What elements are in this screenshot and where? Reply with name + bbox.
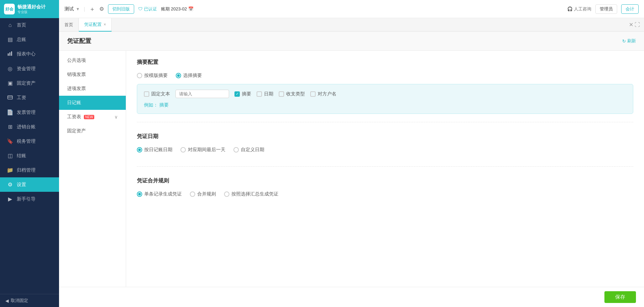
accountant-button[interactable]: 会计 xyxy=(621,4,639,14)
radio-merge-rule[interactable]: 合并规则 xyxy=(190,191,216,197)
radio-circle xyxy=(137,73,142,78)
nav-item-sales-invoice[interactable]: 销项发票 xyxy=(59,68,126,82)
radio-circle-checked xyxy=(137,191,142,197)
sidebar-item-label: 税务管理 xyxy=(17,138,36,144)
sidebar-item-ledger[interactable]: ▤ 总账 xyxy=(0,32,59,47)
checkbox-fixed-text[interactable]: 固定文本 xyxy=(144,91,170,97)
guide-icon: ▶ xyxy=(7,196,13,202)
svg-rect-1 xyxy=(9,52,10,56)
inner-layout: 公共选项 销项发票 进项发票 日记账 工资表 NEW xyxy=(59,51,644,287)
logo-icon: 好会 xyxy=(4,4,15,14)
radio-select-summary[interactable]: 选择摘要 xyxy=(176,73,202,79)
nav-item-public[interactable]: 公共选项 xyxy=(59,53,126,68)
archive-icon: 📁 xyxy=(7,167,13,173)
tax-icon: 🔖 xyxy=(7,138,13,144)
nav-item-purchase-invoice[interactable]: 进项发票 xyxy=(59,82,126,96)
tab-close-icon[interactable]: × xyxy=(104,22,106,27)
sidebar-item-tax[interactable]: 🔖 税务管理 xyxy=(0,134,59,148)
radio-single-record[interactable]: 单条记录生成凭证 xyxy=(137,191,182,197)
sidebar-item-capital[interactable]: ◎ 资金管理 xyxy=(0,61,59,76)
logo-text: 畅捷通好会计 专业版 xyxy=(17,4,46,14)
main-area: 测试 ▼ | ＋ ⚙ 切到旧版 🛡 已认证 账期 2023-02 📅 🎧 人工咨… xyxy=(59,0,644,307)
merge-radio-group: 单条记录生成凭证 合并规则 按照选择汇总生成凭证 xyxy=(137,191,633,197)
new-badge: NEW xyxy=(84,115,94,119)
summary-config-box: 固定文本 摘要 日期 xyxy=(137,84,633,114)
nav-item-journal[interactable]: 日记账 xyxy=(59,96,126,110)
sidebar-item-label: 设置 xyxy=(17,182,26,188)
sidebar-item-reports[interactable]: 报表中心 xyxy=(0,47,59,61)
settings-icon: ⚙ xyxy=(7,181,13,188)
checkbox-box xyxy=(279,91,284,97)
sidebar-item-label: 总账 xyxy=(17,37,26,43)
checkbox-counterpart[interactable]: 对方户名 xyxy=(310,91,336,97)
summary-title: 摘要配置 xyxy=(137,59,633,66)
radio-circle xyxy=(180,147,186,152)
page-container: 凭证配置 ↻ 刷新 公共选项 销项发票 进项发票 xyxy=(59,32,644,307)
radio-circle-checked xyxy=(176,73,181,78)
certified-badge: 🛡 已认证 xyxy=(138,6,157,12)
date-section: 凭证日期 按日记账日期 对应期间最后一天 xyxy=(137,133,633,167)
radio-by-selection[interactable]: 按照选择汇总生成凭证 xyxy=(224,191,278,197)
checkbox-box xyxy=(144,91,149,97)
date-title: 凭证日期 xyxy=(137,133,633,140)
svg-rect-3 xyxy=(8,96,12,99)
checkbox-box xyxy=(257,91,262,97)
page-title: 凭证配置 xyxy=(67,37,91,45)
radio-circle xyxy=(224,191,229,197)
checkbox-income-type[interactable]: 收支类型 xyxy=(279,91,305,97)
sidebar-item-purchase-sales[interactable]: ⊞ 进销台账 xyxy=(0,120,59,134)
checkbox-date[interactable]: 日期 xyxy=(257,91,273,97)
sidebar-item-fixed-assets[interactable]: ▣ 固定资产 xyxy=(0,76,59,90)
checkbox-box-checked xyxy=(234,91,240,97)
refresh-button[interactable]: ↻ 刷新 xyxy=(622,38,636,44)
sidebar-item-invoice[interactable]: 📄 发票管理 xyxy=(0,105,59,120)
radio-circle xyxy=(190,191,195,197)
sidebar-item-home[interactable]: ⌂ 首页 xyxy=(0,18,59,32)
user-button[interactable]: 管理员 xyxy=(595,4,617,14)
cancel-fixed-button[interactable]: ◀ 取消固定 xyxy=(0,294,59,307)
sidebar-item-label: 新手引导 xyxy=(17,196,36,202)
refresh-icon: ↻ xyxy=(622,39,626,44)
sidebar-item-label: 工资 xyxy=(17,95,26,101)
sidebar-item-label: 进销台账 xyxy=(17,124,36,130)
save-button[interactable]: 保存 xyxy=(604,291,636,303)
purchase-sales-icon: ⊞ xyxy=(7,124,13,130)
sidebar-item-payroll[interactable]: 工资 xyxy=(0,90,59,105)
sidebar-item-guide[interactable]: ▶ 新手引导 xyxy=(0,192,59,206)
fullscreen-button[interactable]: ⛶ xyxy=(635,22,640,28)
help-button[interactable]: 🎧 人工咨询 xyxy=(567,6,591,12)
invoice-icon: 📄 xyxy=(7,109,13,116)
tab-voucher-config[interactable]: 凭证配置 × xyxy=(79,18,112,32)
sidebar-nav: ⌂ 首页 ▤ 总账 报表中心 ◎ 资金管理 ▣ 固定资产 工资 📄 xyxy=(0,18,59,294)
nav-item-fixed-assets[interactable]: 固定资产 xyxy=(59,124,126,138)
radio-template-summary[interactable]: 按模版摘要 xyxy=(137,73,168,79)
radio-by-journal-date[interactable]: 按日记账日期 xyxy=(137,147,172,153)
merge-title: 凭证合并规则 xyxy=(137,177,633,184)
company-chevron-icon: ▼ xyxy=(76,7,80,11)
nav-item-payroll-table[interactable]: 工资表 NEW ∨ xyxy=(59,110,126,124)
radio-last-day[interactable]: 对应期间最后一天 xyxy=(180,147,225,153)
shield-icon: 🛡 xyxy=(138,6,143,11)
radio-circle-checked xyxy=(137,147,142,152)
settings-button[interactable]: ⚙ xyxy=(99,6,104,12)
merge-section: 凭证合并规则 单条记录生成凭证 合并规则 xyxy=(137,177,633,211)
sidebar-item-archive[interactable]: 📁 归档管理 xyxy=(0,163,59,177)
sidebar-item-label: 结账 xyxy=(17,153,26,159)
company-name: 测试 ▼ xyxy=(64,6,80,12)
left-arrow-icon: ◀ xyxy=(5,298,9,303)
right-content: 摘要配置 按模版摘要 选择摘要 xyxy=(126,51,644,287)
switch-version-button[interactable]: 切到旧版 xyxy=(108,4,134,14)
radio-custom-date[interactable]: 自定义日期 xyxy=(233,147,264,153)
left-nav: 公共选项 销项发票 进项发票 日记账 工资表 NEW xyxy=(59,51,126,287)
headset-icon: 🎧 xyxy=(567,6,573,11)
page-header: 凭证配置 ↻ 刷新 xyxy=(59,32,644,51)
tab-home[interactable]: 首页 xyxy=(59,18,79,32)
checkbox-box xyxy=(310,91,316,97)
fixed-text-input[interactable] xyxy=(175,90,229,98)
checkbox-summary[interactable]: 摘要 xyxy=(234,91,251,97)
close-tab-button[interactable]: ✕ xyxy=(629,21,633,28)
add-company-button[interactable]: ＋ xyxy=(89,5,95,13)
sidebar-item-closing[interactable]: ◫ 结账 xyxy=(0,148,59,163)
sidebar-item-settings[interactable]: ⚙ 设置 xyxy=(0,177,59,192)
ledger-icon: ▤ xyxy=(7,36,13,43)
